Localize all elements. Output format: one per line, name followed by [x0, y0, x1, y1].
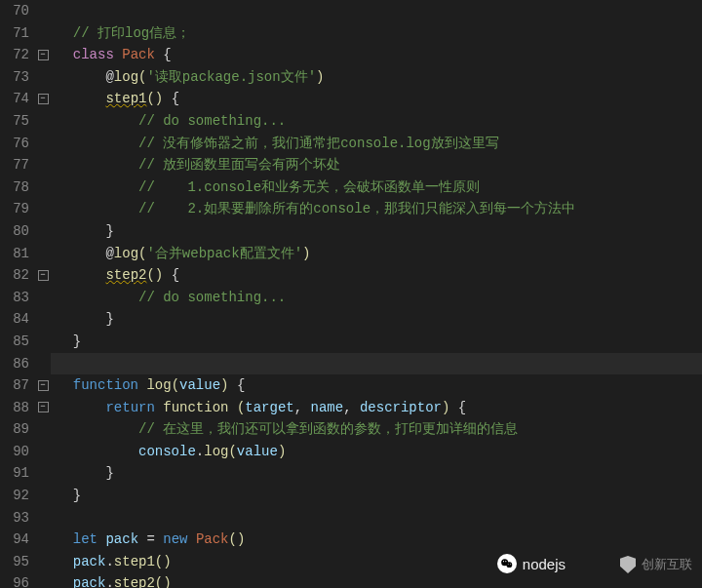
fold-marker — [35, 572, 51, 588]
line-number: 84 — [0, 308, 33, 331]
line-number: 92 — [0, 485, 33, 507]
brand-watermark: 创新互联 — [620, 556, 692, 573]
fold-marker — [35, 220, 51, 243]
line-number: 75 — [0, 110, 33, 133]
code-line[interactable] — [51, 0, 702, 22]
shield-icon — [620, 556, 636, 573]
code-line[interactable]: // 打印log信息； — [51, 22, 702, 45]
code-line[interactable]: // do something... — [51, 110, 702, 133]
line-number: 77 — [0, 154, 33, 176]
fold-marker — [35, 331, 51, 353]
line-number: 82 — [0, 264, 33, 287]
line-number-gutter: 7071727374757677787980818283848586878889… — [0, 0, 35, 588]
svg-point-4 — [507, 564, 508, 565]
line-number: 88 — [0, 397, 33, 419]
code-area[interactable]: // 打印log信息； class Pack { @log('读取package… — [51, 0, 702, 588]
svg-point-3 — [505, 561, 506, 562]
line-number: 80 — [0, 220, 33, 243]
line-number: 78 — [0, 176, 33, 199]
line-number: 86 — [0, 353, 33, 375]
line-number: 90 — [0, 441, 33, 463]
line-number: 79 — [0, 198, 33, 220]
line-number: 81 — [0, 243, 33, 265]
code-line[interactable]: // 1.console和业务无关，会破坏函数单一性原则 — [51, 176, 702, 199]
code-line[interactable]: // 没有修饰器之前，我们通常把console.log放到这里写 — [51, 133, 702, 155]
line-number: 74 — [0, 88, 33, 110]
code-line[interactable]: // 放到函数里面写会有两个坏处 — [51, 154, 702, 176]
line-number: 89 — [0, 418, 33, 441]
brand-text: 创新互联 — [642, 556, 692, 573]
code-line[interactable]: step2() { — [51, 264, 702, 287]
code-line[interactable]: class Pack { — [51, 44, 702, 66]
line-number: 95 — [0, 551, 33, 573]
line-number: 83 — [0, 287, 33, 309]
code-line[interactable] — [51, 507, 702, 529]
code-line[interactable]: // 2.如果要删除所有的console，那我们只能深入到每一个方法中 — [51, 198, 702, 220]
fold-marker — [35, 110, 51, 133]
fold-marker — [35, 176, 51, 199]
fold-marker — [35, 287, 51, 309]
line-number: 70 — [0, 0, 33, 22]
fold-marker — [35, 66, 51, 89]
wechat-text: nodejs — [523, 556, 566, 572]
code-line[interactable]: return function (target, name, descripto… — [51, 397, 702, 419]
fold-marker — [35, 485, 51, 507]
line-number: 87 — [0, 374, 33, 397]
fold-marker[interactable]: − — [35, 44, 51, 66]
fold-marker — [35, 243, 51, 265]
code-line[interactable]: let pack = new Pack() — [51, 529, 702, 551]
code-line[interactable] — [51, 353, 702, 375]
fold-marker — [35, 418, 51, 441]
code-line[interactable]: step1() { — [51, 88, 702, 110]
line-number: 76 — [0, 133, 33, 155]
code-line[interactable]: } — [51, 220, 702, 243]
line-number: 85 — [0, 331, 33, 353]
line-number: 71 — [0, 22, 33, 45]
fold-marker — [35, 551, 51, 573]
fold-marker — [35, 0, 51, 22]
fold-marker — [35, 308, 51, 331]
line-number: 72 — [0, 44, 33, 66]
code-line[interactable]: } — [51, 462, 702, 485]
fold-marker[interactable]: − — [35, 264, 51, 287]
fold-marker — [35, 198, 51, 220]
fold-marker — [35, 529, 51, 551]
code-line[interactable]: @log('读取package.json文件') — [51, 66, 702, 89]
line-number: 91 — [0, 462, 33, 485]
svg-point-1 — [506, 562, 512, 568]
line-number: 93 — [0, 507, 33, 529]
code-line[interactable]: // do something... — [51, 287, 702, 309]
line-number: 96 — [0, 572, 33, 588]
code-editor[interactable]: 7071727374757677787980818283848586878889… — [0, 0, 702, 588]
code-line[interactable]: pack.step1() — [51, 551, 702, 573]
fold-marker[interactable]: − — [35, 374, 51, 397]
fold-marker[interactable]: − — [35, 397, 51, 419]
fold-marker — [35, 507, 51, 529]
code-line[interactable]: } — [51, 485, 702, 507]
wechat-icon — [497, 554, 517, 573]
code-line[interactable]: pack.step2() — [51, 572, 702, 588]
fold-gutter: −−−−− — [35, 0, 51, 588]
wechat-watermark: nodejs — [497, 554, 566, 573]
code-line[interactable]: console.log(value) — [51, 441, 702, 463]
fold-marker — [35, 154, 51, 176]
code-line[interactable]: @log('合并webpack配置文件') — [51, 243, 702, 265]
code-line[interactable]: } — [51, 308, 702, 331]
fold-marker — [35, 462, 51, 485]
svg-point-2 — [503, 561, 504, 562]
fold-marker — [35, 22, 51, 45]
line-number: 73 — [0, 66, 33, 89]
fold-marker — [35, 133, 51, 155]
fold-marker[interactable]: − — [35, 88, 51, 110]
fold-marker — [35, 441, 51, 463]
svg-point-5 — [510, 564, 511, 565]
fold-marker — [35, 353, 51, 375]
code-line[interactable]: } — [51, 331, 702, 353]
code-line[interactable]: function log(value) { — [51, 374, 702, 397]
line-number: 94 — [0, 529, 33, 551]
code-line[interactable]: // 在这里，我们还可以拿到函数的参数，打印更加详细的信息 — [51, 418, 702, 441]
